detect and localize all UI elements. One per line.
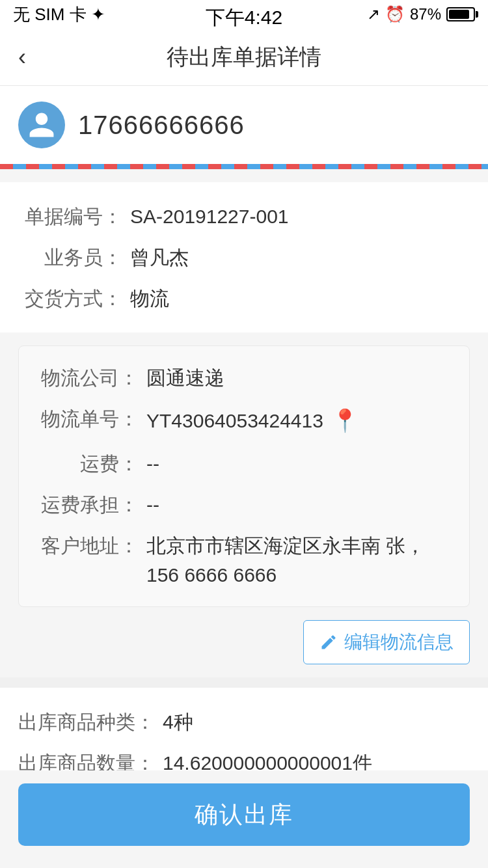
dashed-divider [0,164,488,169]
document-number-label: 单据编号： [18,202,122,231]
page-title: 待出库单据详情 [167,42,321,72]
user-avatar-icon [27,110,57,140]
freight-row: 运费： -- [34,449,454,478]
delivery-method-label: 交货方式： [18,284,122,313]
basic-info-section: 单据编号： SA-20191227-001 业务员： 曾凡杰 交货方式： 物流 [0,182,488,332]
status-network: 无 SIM 卡 ✦ [13,3,105,26]
status-alarm-icon: ⏰ [385,5,405,23]
avatar [18,102,65,148]
user-phone: 17666666666 [78,111,245,140]
status-right: ↗ ⏰ 87% [367,5,475,23]
confirm-out-button[interactable]: 确认出库 [18,783,470,846]
status-location-icon: ↗ [367,5,380,23]
status-bar: 无 SIM 卡 ✦ 下午4:42 ↗ ⏰ 87% [0,0,488,29]
address-label: 客户地址： [34,531,139,560]
document-number-row: 单据编号： SA-20191227-001 [18,202,470,231]
goods-type-value: 4种 [155,707,470,737]
edit-btn-row: 编辑物流信息 [0,607,488,664]
logistics-card: 物流公司： 圆通速递 物流单号： YT43064053424413 📍 运费： … [18,346,470,607]
logistics-company-label: 物流公司： [34,363,139,392]
back-button[interactable]: ‹ [18,44,26,71]
delivery-method-row: 交货方式： 物流 [18,284,470,313]
freight-bearer-value: -- [139,490,454,519]
address-row: 客户地址： 北京市市辖区海淀区永丰南 张，156 6666 6666 [34,531,454,590]
tracking-number-row: 物流单号： YT43064053424413 📍 [34,404,454,437]
edit-logistics-button[interactable]: 编辑物流信息 [303,620,470,664]
confirm-btn-wrap: 确认出库 [0,770,488,868]
salesperson-value: 曾凡杰 [122,243,470,272]
location-icon[interactable]: 📍 [331,404,359,437]
freight-bearer-label: 运费承担： [34,490,139,519]
freight-bearer-row: 运费承担： -- [34,490,454,519]
goods-type-row: 出库商品种类： 4种 [18,707,470,737]
content: 17666666666 单据编号： SA-20191227-001 业务员： 曾… [0,86,488,868]
delivery-method-value: 物流 [122,284,470,313]
salesperson-label: 业务员： [18,243,122,272]
battery-icon [446,7,475,21]
goods-type-label: 出库商品种类： [18,707,155,737]
nav-bar: ‹ 待出库单据详情 [0,29,488,86]
document-number-value: SA-20191227-001 [122,202,470,231]
freight-value: -- [139,449,454,478]
logistics-company-value: 圆通速递 [139,363,454,392]
tracking-number-label: 物流单号： [34,404,139,433]
status-battery-percent: 87% [410,5,441,23]
logistics-company-row: 物流公司： 圆通速递 [34,363,454,392]
section-divider [0,677,488,688]
salesperson-row: 业务员： 曾凡杰 [18,243,470,272]
address-value: 北京市市辖区海淀区永丰南 张，156 6666 6666 [139,531,454,590]
edit-icon [319,633,338,651]
freight-label: 运费： [34,449,139,478]
user-header: 17666666666 [0,86,488,164]
tracking-number-value: YT43064053424413 📍 [139,404,454,437]
status-time: 下午4:42 [206,5,282,31]
